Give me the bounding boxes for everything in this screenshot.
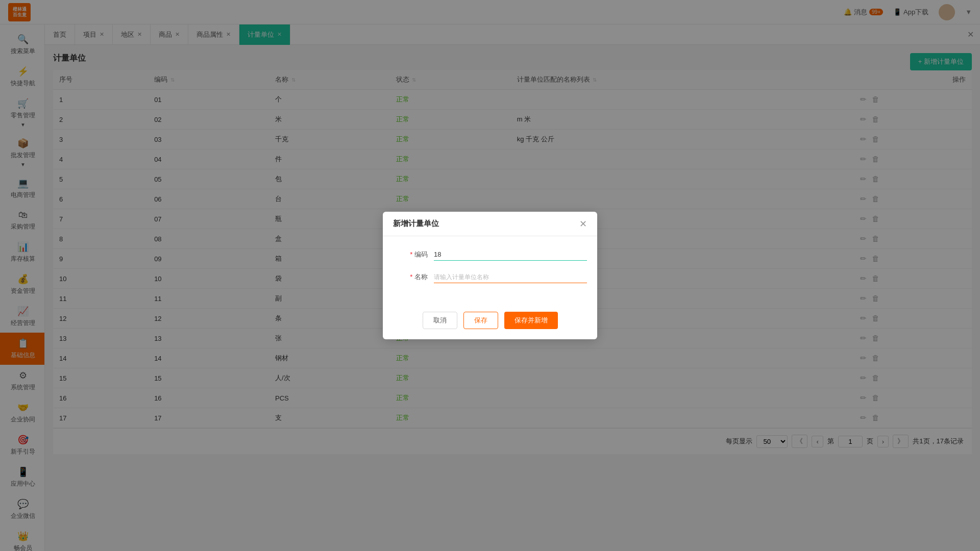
save-and-new-button[interactable]: 保存并新增 <box>504 312 558 329</box>
modal-close-button[interactable]: ✕ <box>579 219 587 229</box>
code-label: * 编码 <box>393 250 434 259</box>
modal-overlay[interactable]: 新增计量单位 ✕ * 编码 * 名称 取消 保存 保存并新增 <box>0 0 980 551</box>
modal-title: 新增计量单位 <box>393 219 439 229</box>
name-input[interactable] <box>434 271 587 283</box>
cancel-button[interactable]: 取消 <box>423 312 457 329</box>
modal-footer: 取消 保存 保存并新增 <box>383 306 597 339</box>
required-star-code: * <box>410 251 412 258</box>
save-button[interactable]: 保存 <box>463 312 498 329</box>
required-star-name: * <box>410 273 412 281</box>
modal-body: * 编码 * 名称 <box>383 236 597 306</box>
modal-header: 新增计量单位 ✕ <box>383 212 597 236</box>
name-label: * 名称 <box>393 272 434 282</box>
code-input[interactable] <box>434 248 587 261</box>
add-unit-modal: 新增计量单位 ✕ * 编码 * 名称 取消 保存 保存并新增 <box>383 212 597 339</box>
form-row-name: * 名称 <box>393 271 587 283</box>
form-row-code: * 编码 <box>393 248 587 261</box>
